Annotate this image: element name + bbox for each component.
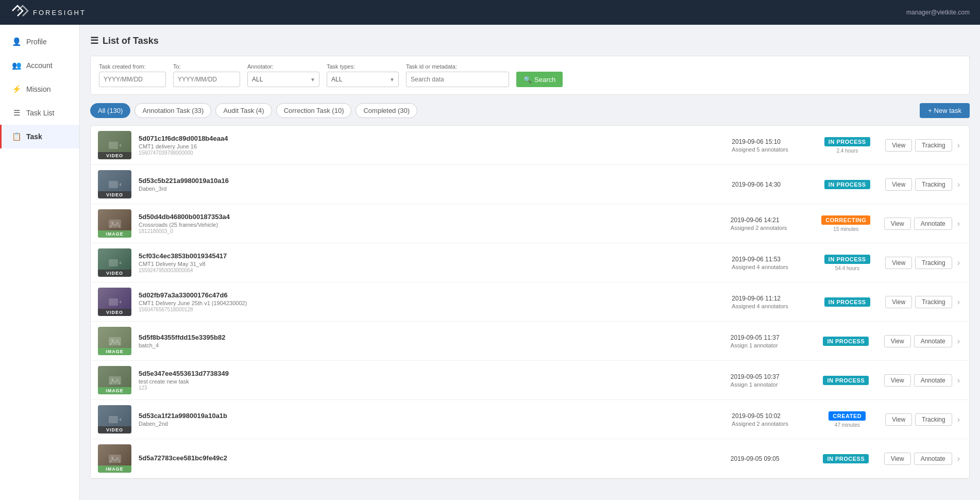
task-status: IN PROCESS 2.4 hours (816, 137, 878, 154)
task-list-icon: ☰ (12, 108, 21, 118)
expand-chevron-icon[interactable]: › (955, 452, 962, 465)
tab-correction[interactable]: Correction Task (10) (276, 103, 352, 118)
tab-all[interactable]: All (130) (90, 103, 130, 118)
view-button[interactable]: View (885, 178, 912, 191)
expand-chevron-icon[interactable]: › (955, 413, 962, 426)
task-info: 5d53ca1f21a9980019a10a1b Daben_2nd (139, 412, 724, 427)
media-type-badge: IMAGE (98, 387, 131, 394)
view-button[interactable]: View (885, 257, 912, 269)
secondary-action-button[interactable]: Tracking (915, 139, 952, 152)
new-task-button[interactable]: + New task (920, 103, 970, 118)
secondary-action-button[interactable]: Tracking (915, 413, 952, 426)
account-icon: 👥 (12, 61, 21, 70)
view-button[interactable]: View (884, 453, 911, 465)
tab-annotation[interactable]: Annotation Task (33) (134, 103, 211, 118)
task-row[interactable]: VIDEO 5d53c5b221a9980019a10a16 Daben_3rd… (91, 165, 969, 204)
expand-chevron-icon[interactable]: › (955, 374, 962, 387)
task-meta: 123 (139, 385, 723, 391)
sidebar-item-mission[interactable]: ⚡ Mission (0, 77, 79, 101)
filter-metadata-input[interactable] (406, 72, 509, 87)
filter-from-label: Task created from: (99, 63, 166, 70)
task-status: IN PROCESS (815, 376, 877, 385)
secondary-action-button[interactable]: Annotate (914, 374, 952, 387)
svg-rect-14 (109, 416, 118, 423)
filter-to-input[interactable] (173, 72, 240, 87)
secondary-action-button[interactable]: Tracking (915, 178, 952, 191)
filter-annotator-group: Annotator: ALL ▼ (247, 63, 319, 87)
sidebar-item-profile[interactable]: 👤 Profile (0, 30, 79, 54)
task-id: 5d53c5b221a9980019a10a16 (139, 177, 724, 185)
status-badge: IN PROCESS (824, 297, 870, 307)
sidebar-item-task-list[interactable]: ☰ Task List (0, 101, 79, 125)
task-row[interactable]: IMAGE 5d5f8b4355ffdd15e3395b82 batch_4 2… (91, 322, 969, 361)
task-row[interactable]: VIDEO 5d02fb97a3a33000176c47d6 CMT1 Deli… (91, 282, 969, 322)
task-row[interactable]: IMAGE 5d5a72783cee581bc9fe49c2 2019-09-0… (91, 439, 969, 478)
filter-from-input[interactable] (99, 72, 166, 87)
task-assignee: Assigned 5 annotators (732, 146, 809, 153)
filter-task-types-select[interactable]: ALL (327, 72, 399, 87)
view-button[interactable]: View (884, 218, 911, 230)
task-assignee: Assigned 2 annotators (732, 421, 809, 427)
sidebar-label-task: Task (26, 132, 42, 141)
view-button[interactable]: View (885, 413, 912, 426)
task-row[interactable]: VIDEO 5d071c1f6dc89d0018b4eaa4 CMT1 deli… (91, 126, 969, 165)
task-duration: 54.4 hours (816, 265, 878, 271)
expand-chevron-icon[interactable]: › (955, 139, 962, 152)
secondary-action-button[interactable]: Tracking (915, 257, 952, 269)
secondary-action-button[interactable]: Annotate (914, 335, 952, 347)
task-row[interactable]: IMAGE 5d5e347ee4553613d7738349 test crea… (91, 361, 969, 400)
svg-rect-6 (109, 259, 118, 266)
task-info: 5d02fb97a3a33000176c47d6 CMT1 Delivery J… (139, 291, 724, 312)
task-thumbnail: IMAGE (98, 444, 131, 473)
task-info: 5d5f8b4355ffdd15e3395b82 batch_4 (139, 334, 723, 349)
expand-chevron-icon[interactable]: › (955, 217, 962, 230)
task-row[interactable]: VIDEO 5d53ca1f21a9980019a10a1b Daben_2nd… (91, 400, 969, 439)
task-actions: View Annotate › (884, 374, 962, 387)
task-subtitle: CMT1 Delivery June 25th v1 (1904230002) (139, 300, 724, 306)
task-id: 5d5e347ee4553613d7738349 (139, 370, 723, 377)
filter-annotator-select[interactable]: ALL (247, 72, 319, 87)
view-button[interactable]: View (884, 374, 911, 387)
sidebar-item-task[interactable]: 📋 Task (0, 125, 79, 148)
task-actions: View Annotate › (884, 335, 962, 348)
task-meta: 1812180003_0 (139, 228, 723, 234)
task-meta: 1560747039788000000 (139, 150, 724, 156)
task-assignee: Assigned 4 annotators (732, 264, 809, 270)
task-time: 2019-09-06 11:12 Assigned 4 annotators (732, 295, 809, 309)
task-actions: View Tracking › (885, 256, 962, 270)
view-button[interactable]: View (884, 335, 911, 347)
expand-chevron-icon[interactable]: › (955, 256, 962, 270)
filter-annotator-label: Annotator: (247, 63, 319, 70)
sidebar-label-account: Account (26, 61, 53, 70)
view-button[interactable]: View (885, 139, 912, 152)
expand-chevron-icon[interactable]: › (955, 295, 962, 309)
task-id: 5d02fb97a3a33000176c47d6 (139, 291, 724, 299)
svg-marker-1 (119, 144, 121, 147)
media-type-badge: VIDEO (98, 309, 131, 316)
app-layout: 👤 Profile 👥 Account ⚡ Mission ☰ Task Lis… (0, 25, 980, 500)
task-subtitle: Daben_2nd (139, 421, 724, 427)
task-row[interactable]: IMAGE 5d50d4db46800b00187353a4 Crossroad… (91, 204, 969, 243)
expand-chevron-icon[interactable]: › (955, 178, 962, 191)
tab-audit[interactable]: Audit Task (4) (215, 103, 272, 118)
search-button[interactable]: 🔍 Search (516, 72, 563, 87)
task-actions: View Annotate › (884, 452, 962, 465)
tab-completed[interactable]: Completed (30) (356, 103, 417, 118)
task-id: 5cf03c4ec3853b0019345417 (139, 252, 724, 260)
secondary-action-button[interactable]: Tracking (915, 296, 952, 308)
status-badge: IN PROCESS (824, 255, 870, 264)
task-time: 2019-09-05 11:37 Assign 1 annotator (731, 334, 808, 348)
svg-rect-8 (109, 298, 118, 306)
secondary-action-button[interactable]: Annotate (914, 453, 952, 465)
task-info: 5d071c1f6dc89d0018b4eaa4 CMT1 delivery J… (139, 135, 724, 156)
task-status: CREATED 47 minutes (816, 411, 878, 428)
media-type-badge: IMAGE (98, 465, 131, 473)
task-row[interactable]: VIDEO 5cf03c4ec3853b0019345417 CMT1 Deli… (91, 243, 969, 282)
sidebar-item-account[interactable]: 👥 Account (0, 54, 79, 77)
task-thumbnail: VIDEO (98, 288, 131, 316)
view-button[interactable]: View (885, 296, 912, 308)
page-header: ☰ List of Tasks (90, 35, 970, 46)
secondary-action-button[interactable]: Annotate (914, 218, 952, 230)
task-date: 2019-09-05 09:05 (731, 455, 808, 462)
expand-chevron-icon[interactable]: › (955, 335, 962, 348)
